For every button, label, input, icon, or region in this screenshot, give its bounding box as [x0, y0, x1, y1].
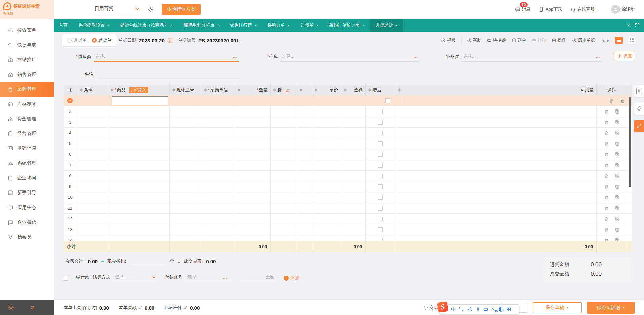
cell-row-handle[interactable]: 11	[64, 203, 77, 213]
cell-amount[interactable]	[341, 203, 366, 213]
cell-unit[interactable]	[201, 128, 235, 138]
trash-icon[interactable]	[604, 206, 609, 211]
cell-unit[interactable]	[201, 160, 235, 170]
cell-gift[interactable]	[366, 149, 395, 160]
cell-price[interactable]	[312, 160, 341, 170]
cell-actions[interactable]	[597, 106, 627, 117]
gift-checkbox[interactable]	[385, 98, 390, 103]
cell-actions[interactable]	[597, 181, 627, 192]
gift-checkbox[interactable]	[378, 109, 383, 114]
cell-amount[interactable]	[341, 224, 366, 235]
trash-icon[interactable]	[604, 109, 609, 114]
cell-row-handle[interactable]: 13	[64, 224, 77, 235]
sort-icon[interactable]	[273, 88, 276, 92]
save-draft-button[interactable]: 保存草稿 ∧	[533, 302, 582, 313]
cell-unit[interactable]	[201, 117, 235, 127]
add-payment-link[interactable]: + 添加	[284, 275, 299, 282]
cell-actions[interactable]	[602, 98, 632, 103]
gift-checkbox[interactable]	[378, 227, 383, 232]
cell-qty[interactable]	[235, 138, 271, 149]
online-service-link[interactable]: 在线客服	[570, 6, 595, 12]
cell-unit[interactable]	[201, 171, 235, 181]
trash-icon[interactable]	[604, 217, 609, 221]
sort-icon[interactable]	[344, 88, 346, 92]
tab-close-icon[interactable]: ×	[287, 23, 290, 28]
cell-barcode[interactable]	[77, 224, 108, 235]
tab-close-icon[interactable]: ×	[217, 23, 219, 28]
cell-available[interactable]	[395, 149, 597, 160]
cell-actions[interactable]	[597, 214, 627, 224]
cash-discount-input[interactable]	[129, 258, 166, 265]
cell-spec[interactable]	[170, 117, 201, 127]
messages-link[interactable]: 消息 70	[515, 6, 531, 12]
copy-plus-icon[interactable]	[615, 141, 620, 146]
supplier-input[interactable]: 选择... …	[94, 53, 239, 62]
gift-checkbox[interactable]	[378, 184, 383, 189]
cell-price[interactable]	[312, 106, 341, 117]
field-settings-button[interactable]: 设置	[614, 51, 635, 61]
cell-product[interactable]	[108, 181, 170, 192]
sidebar-item-marketing[interactable]: 营销推广	[0, 52, 54, 67]
cell-discount[interactable]	[271, 117, 297, 127]
sidebar-item-newbie-guide[interactable]: 新手引导	[0, 185, 54, 200]
cell-spec[interactable]	[170, 106, 201, 117]
cell-barcode[interactable]	[77, 171, 108, 181]
sort-icon[interactable]	[238, 88, 240, 92]
gift-checkbox[interactable]	[378, 152, 383, 157]
cell-blank[interactable]	[297, 106, 312, 117]
col-header-amount[interactable]: 金额	[341, 85, 366, 95]
cell-qty[interactable]	[235, 117, 271, 127]
tab-price-extract[interactable]: 售价提取设置×	[73, 19, 115, 32]
copy-plus-icon[interactable]	[615, 131, 620, 135]
cell-gift[interactable]	[366, 128, 395, 138]
tab-sales-stat-by-product[interactable]: 销货单统计表（按商品）×	[115, 19, 179, 32]
edit-note-icon[interactable]	[285, 88, 289, 92]
cell-blank[interactable]	[297, 192, 312, 203]
tab-purchase-return[interactable]: 进货退货×	[370, 19, 403, 32]
ime-lang-toggle[interactable]: 中	[451, 306, 456, 312]
ime-punct-toggle[interactable]: ’，	[459, 306, 465, 312]
col-header-spec[interactable]: 规格型号	[170, 85, 201, 95]
col-header-barcode[interactable]: 条码	[77, 85, 108, 95]
cell-unit[interactable]	[201, 138, 235, 149]
copy-plus-icon[interactable]	[615, 206, 620, 211]
list-view-toggle[interactable]	[615, 37, 623, 44]
cell-price[interactable]	[312, 203, 341, 213]
cell-actions[interactable]	[597, 149, 627, 160]
draft-list-button[interactable]: 草	[634, 85, 644, 97]
method-select[interactable]: 选择...	[113, 274, 156, 282]
cell-amount[interactable]	[341, 160, 366, 170]
gift-checkbox[interactable]	[378, 120, 383, 125]
cell-qty[interactable]	[235, 181, 271, 192]
ime-emoji-icon[interactable]	[468, 307, 473, 312]
cell-actions[interactable]	[597, 192, 627, 203]
cell-gift[interactable]	[366, 235, 395, 241]
sort-icon[interactable]	[398, 88, 401, 92]
cell-qty[interactable]	[235, 224, 271, 235]
sort-icon[interactable]	[111, 88, 113, 92]
cell-actions[interactable]	[597, 203, 627, 213]
tab-sales-ranking[interactable]: 销售排行榜×	[225, 19, 262, 32]
gift-checkbox[interactable]	[378, 131, 383, 135]
calendar-icon[interactable]	[167, 38, 173, 43]
sidebar-item-funds[interactable]: 资金管理	[0, 111, 54, 126]
tab-close-icon[interactable]: ×	[316, 23, 319, 28]
trash-icon[interactable]	[604, 163, 609, 168]
cell-price[interactable]	[312, 138, 341, 149]
ime-account-icon[interactable]: 15	[491, 307, 496, 312]
cell-unit[interactable]	[201, 181, 235, 192]
cell-blank[interactable]	[297, 128, 312, 138]
announcement-horn-icon[interactable]	[29, 305, 35, 311]
trash-icon[interactable]	[604, 152, 609, 157]
cell-blank[interactable]	[297, 149, 312, 160]
pay-amount-input[interactable]: 金额	[240, 274, 276, 282]
trial-plan-button[interactable]: 体验行业方案	[162, 4, 201, 15]
operate-action[interactable]: 操作	[552, 37, 567, 43]
cell-available[interactable]	[395, 181, 597, 192]
cell-product[interactable]	[108, 214, 170, 224]
cell-gift[interactable]	[366, 160, 395, 170]
cell-product[interactable]	[108, 171, 170, 181]
cell-qty[interactable]	[235, 192, 271, 203]
cell-unit[interactable]	[201, 203, 235, 213]
cell-qty[interactable]	[235, 214, 271, 224]
